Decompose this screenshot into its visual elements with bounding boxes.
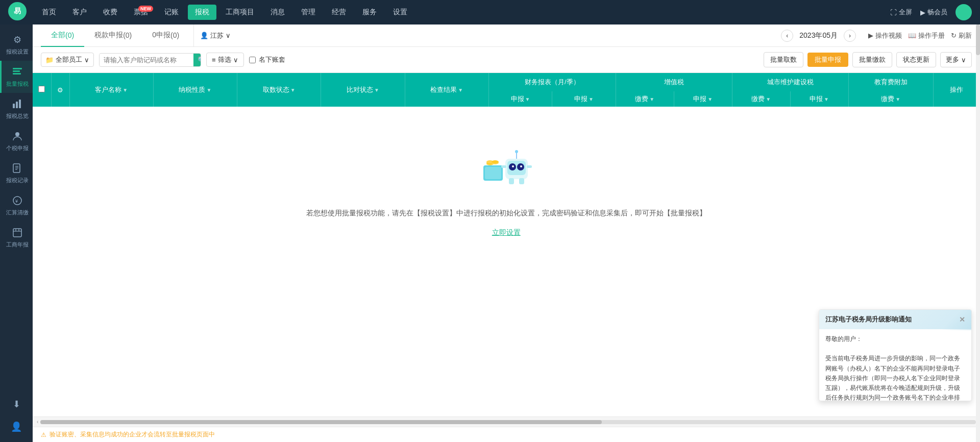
tab-all[interactable]: 全部(0) xyxy=(41,24,84,47)
top-nav: 易 首页 客户 收费 票据 NEW 记账 报税 工商项目 消息 管理 经营 服务… xyxy=(0,0,980,24)
horizontal-scrollbar[interactable] xyxy=(40,420,976,424)
sub-account-checkbox-label[interactable]: 名下账套 xyxy=(249,55,285,64)
sidebar: ⚙ 报税设置 批量报税 报税总览 个税申报 xyxy=(0,24,33,442)
col-fetch-status: 取数状态 ▼ xyxy=(237,73,321,107)
robot-illustration xyxy=(476,137,537,199)
operation-video-button[interactable]: ▶ 操作视频 xyxy=(868,31,902,40)
scrollbar-thumb xyxy=(40,420,602,424)
filter-fin-declare: ▼ xyxy=(525,96,530,102)
filter-city-pay: ▼ xyxy=(766,96,771,102)
nav-message[interactable]: 消息 xyxy=(263,5,292,20)
nav-tax[interactable]: 报税 xyxy=(188,5,216,20)
search-button[interactable]: 🔍 xyxy=(193,54,201,66)
date-prev-button[interactable]: ‹ xyxy=(781,30,793,42)
nav-manage[interactable]: 管理 xyxy=(294,5,323,20)
filter-edu-pay: ▼ xyxy=(895,96,900,102)
member-button[interactable]: ▶ 畅会员 xyxy=(920,8,947,17)
sidebar-tax-records[interactable]: 报税记录 xyxy=(0,157,33,189)
svg-rect-13 xyxy=(13,229,21,237)
toolbar: 📁 全部员工 ∨ 🔍 ≡ 筛选 ∨ 名下账套 批量取数 批量申报 批量缴款 状态… xyxy=(33,47,980,73)
right-scrollbar-thumb xyxy=(976,24,980,55)
nav-fee[interactable]: 收费 xyxy=(96,5,125,20)
filter-icon-name: ▼ xyxy=(122,87,128,93)
notification-content: 受当前电子税务局进一步升级的影响，同一个政务网账号（办税人）名下的企业不能再同时… xyxy=(825,354,965,401)
more-chevron-icon: ∨ xyxy=(961,56,966,64)
filter-edu-declare: ▼ xyxy=(824,96,829,102)
filter-icon-fetch: ▼ xyxy=(290,87,296,93)
table-header-row1: ⚙ 客户名称 ▼ 纳税性质 ▼ xyxy=(33,73,980,91)
sidebar-annual-report[interactable]: 工商年报 xyxy=(0,222,33,254)
fullscreen-button[interactable]: ⛶ 全屏 xyxy=(890,8,912,17)
gear-icon[interactable]: ⚙ xyxy=(57,86,63,94)
refresh-button[interactable]: ↻ 刷新 xyxy=(951,31,972,40)
svg-rect-34 xyxy=(509,178,514,184)
filter-icon: ≡ xyxy=(212,56,216,64)
data-table: ⚙ 客户名称 ▼ 纳税性质 ▼ xyxy=(33,73,980,268)
batch-declare-button[interactable]: 批量申报 xyxy=(807,53,848,67)
nav-customer[interactable]: 客户 xyxy=(65,5,94,20)
col-tax-type: 纳税性质 ▼ xyxy=(153,73,237,107)
filter-city-declare: ▼ xyxy=(707,96,713,102)
nav-commerce[interactable]: 工商项目 xyxy=(218,5,261,20)
setup-link[interactable]: 立即设置 xyxy=(492,228,521,237)
svg-rect-2 xyxy=(13,73,21,75)
tab-tax-declare[interactable]: 税款申报(0) xyxy=(84,24,142,47)
filter-chevron-icon: ∨ xyxy=(233,56,238,64)
folder-icon: 📁 xyxy=(45,56,54,64)
sidebar-batch-tax[interactable]: 批量报税 xyxy=(0,61,33,93)
fullscreen-icon: ⛶ xyxy=(890,9,897,16)
filter-button[interactable]: ≡ 筛选 ∨ xyxy=(206,53,244,67)
new-badge: NEW xyxy=(138,6,153,12)
sidebar-tax-overview[interactable]: 报税总览 xyxy=(0,93,33,125)
svg-rect-1 xyxy=(13,70,20,72)
more-button[interactable]: 更多 ∨ xyxy=(940,52,972,67)
svg-rect-0 xyxy=(13,68,22,69)
right-scrollbar[interactable] xyxy=(976,24,980,442)
status-text: 验证账密、采集信息均成功的企业才会流转至批量报税页面中 xyxy=(50,430,215,439)
svg-rect-18 xyxy=(485,167,501,179)
sub-account-checkbox[interactable] xyxy=(249,57,256,63)
left-scroll-arrow[interactable]: ‹ xyxy=(37,419,38,425)
notification-title: 江苏电子税务局升级影响通知 xyxy=(825,315,912,324)
nav-home[interactable]: 首页 xyxy=(35,5,63,20)
nav-settings[interactable]: 设置 xyxy=(386,5,414,20)
tab-right-actions: ▶ 操作视频 📖 操作手册 ↻ 刷新 xyxy=(868,31,972,40)
sidebar-settlement[interactable]: ¥ 汇算清缴 xyxy=(0,189,33,222)
notification-close-button[interactable]: ✕ xyxy=(959,315,965,324)
operation-manual-button[interactable]: 📖 操作手册 xyxy=(908,31,945,40)
nav-operation[interactable]: 经营 xyxy=(325,5,353,20)
col-city-declare: 申报 ▼ xyxy=(674,91,732,107)
tab-zero-declare[interactable]: 0申报(0) xyxy=(142,24,189,47)
tax-settings-icon: ⚙ xyxy=(11,34,23,46)
filter-icon-check: ▼ xyxy=(458,87,463,93)
col-financial-declare: 申报 ▼ xyxy=(488,91,552,107)
nav-ticket[interactable]: 票据 NEW xyxy=(127,5,155,20)
sidebar-profile-icon[interactable]: 👤 xyxy=(7,418,26,436)
nav-service[interactable]: 服务 xyxy=(355,5,384,20)
search-input[interactable] xyxy=(100,54,193,66)
sidebar-download-icon[interactable]: ⬇ xyxy=(7,395,26,413)
region-icon: 👤 xyxy=(200,32,208,39)
sidebar-bottom: ⬇ 👤 xyxy=(7,395,26,442)
empty-state: 若您想使用批量报税功能，请先在【报税设置】中进行报税的初始化设置，完成密码验证和… xyxy=(33,107,980,268)
search-icon: 🔍 xyxy=(198,56,201,64)
user-avatar[interactable] xyxy=(955,4,972,20)
svg-rect-35 xyxy=(519,178,524,184)
app-logo[interactable]: 易 xyxy=(8,2,29,22)
filter-vat-declare: ▼ xyxy=(589,96,594,102)
col-operation: 操作 xyxy=(933,73,979,107)
status-update-button[interactable]: 状态更新 xyxy=(896,52,936,67)
sidebar-personal-tax[interactable]: 个税申报 xyxy=(0,125,33,157)
sidebar-tax-settings[interactable]: ⚙ 报税设置 xyxy=(0,29,33,61)
select-all-checkbox[interactable] xyxy=(38,86,45,92)
batch-pay-button[interactable]: 批量缴款 xyxy=(852,52,892,67)
nav-accounting[interactable]: 记账 xyxy=(157,5,186,20)
col-vat: 增值税 xyxy=(616,73,732,91)
col-vat-pay: 缴费 ▼ xyxy=(616,91,674,107)
batch-get-button[interactable]: 批量取数 xyxy=(764,52,803,67)
date-next-button[interactable]: › xyxy=(844,30,856,42)
employee-selector[interactable]: 📁 全部员工 ∨ xyxy=(41,53,94,67)
col-check-result: 检查结果 ▼ xyxy=(405,73,488,107)
region-selector[interactable]: 👤 江苏 ∨ xyxy=(193,24,237,47)
svg-rect-5 xyxy=(19,100,21,108)
